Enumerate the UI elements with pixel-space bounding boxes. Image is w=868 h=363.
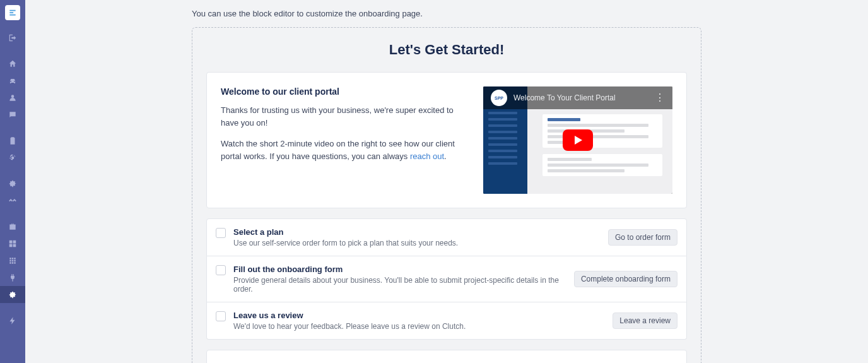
exit-icon[interactable] bbox=[0, 29, 25, 46]
plug-icon[interactable] bbox=[0, 269, 25, 286]
settings-icon[interactable] bbox=[0, 286, 25, 303]
task-checkbox[interactable] bbox=[216, 311, 226, 321]
task-title: Fill out the onboarding form bbox=[233, 265, 566, 274]
video-channel-avatar: SPP bbox=[491, 90, 507, 106]
intro-text: You can use the block editor to customiz… bbox=[192, 9, 701, 18]
bolt-icon[interactable] bbox=[0, 312, 25, 329]
task-row-onboarding-form: Fill out the onboarding form Provide gen… bbox=[206, 256, 687, 302]
onboarding-container: Let's Get Started! Welcome to our client… bbox=[192, 27, 701, 363]
task-title: Leave us a review bbox=[233, 311, 605, 320]
briefcase-icon[interactable] bbox=[0, 218, 25, 235]
welcome-heading: Welcome to our client portal bbox=[221, 86, 468, 97]
user-icon[interactable] bbox=[0, 89, 25, 106]
app-logo[interactable] bbox=[5, 5, 20, 20]
welcome-p2-b: . bbox=[444, 152, 447, 161]
grid-icon[interactable] bbox=[0, 235, 25, 252]
task-title: Select a plan bbox=[233, 227, 601, 237]
welcome-card: Welcome to our client portal Thanks for … bbox=[206, 72, 687, 208]
welcome-paragraph-1: Thanks for trusting us with your busines… bbox=[221, 104, 468, 129]
car-icon[interactable] bbox=[0, 72, 25, 89]
task-row-review: Leave us a review We'd love to hear your… bbox=[206, 302, 687, 340]
task-desc: Use our self-service order form to pick … bbox=[233, 239, 601, 247]
task-desc: We'd love to hear your feedback. Please … bbox=[233, 322, 605, 331]
apps-icon[interactable] bbox=[0, 252, 25, 269]
task-desc: Provide general details about your busin… bbox=[233, 276, 566, 294]
gear2-icon[interactable] bbox=[0, 175, 25, 192]
home-icon[interactable] bbox=[0, 55, 25, 72]
task-checkbox[interactable] bbox=[216, 228, 226, 238]
features-card: Project tracking See where every project… bbox=[206, 350, 687, 363]
page-title: Let's Get Started! bbox=[206, 42, 687, 58]
video-menu-icon[interactable]: ⋮ bbox=[655, 93, 665, 103]
go-to-order-form-button[interactable]: Go to order form bbox=[608, 229, 677, 246]
handshake-icon[interactable] bbox=[0, 192, 25, 209]
refresh-icon[interactable] bbox=[0, 149, 25, 166]
welcome-video[interactable]: SPP Welcome To Your Client Portal ⋮ bbox=[483, 86, 672, 194]
sidebar-nav bbox=[0, 0, 25, 363]
reach-out-link[interactable]: reach out bbox=[410, 152, 444, 161]
task-checkbox[interactable] bbox=[216, 265, 226, 275]
complete-onboarding-form-button[interactable]: Complete onboarding form bbox=[574, 271, 677, 287]
task-row-select-plan: Select a plan Use our self-service order… bbox=[206, 218, 687, 256]
clipboard-icon[interactable] bbox=[0, 132, 25, 149]
chat-icon[interactable] bbox=[0, 106, 25, 123]
welcome-paragraph-2: Watch the short 2-minute video on the ri… bbox=[221, 138, 468, 162]
main-area: You can use the block editor to customiz… bbox=[25, 0, 868, 363]
play-icon[interactable] bbox=[563, 129, 593, 151]
task-list: Select a plan Use our self-service order… bbox=[206, 218, 687, 340]
leave-a-review-button[interactable]: Leave a review bbox=[613, 312, 677, 329]
video-title: Welcome To Your Client Portal bbox=[513, 93, 648, 102]
